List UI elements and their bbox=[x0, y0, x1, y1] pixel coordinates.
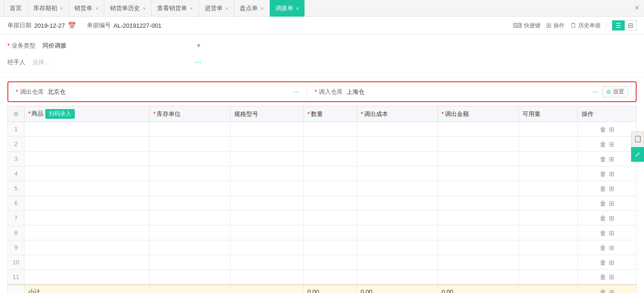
row-cost[interactable] bbox=[357, 240, 437, 255]
warehouse-in-value[interactable]: 上海仓 bbox=[346, 88, 587, 96]
delete-row-button[interactable]: 🗑 bbox=[598, 243, 608, 252]
row-cost[interactable] bbox=[357, 137, 437, 152]
copy-row-button[interactable]: ⊞ bbox=[608, 154, 616, 164]
close-inventory-check-tab[interactable]: × bbox=[261, 6, 263, 11]
row-spec[interactable] bbox=[230, 122, 304, 137]
tab-sales-history[interactable]: 销货单历史 × bbox=[104, 0, 152, 17]
tab-view-sales[interactable]: 查看销货单 × bbox=[152, 0, 199, 17]
calendar-icon[interactable]: 📅 bbox=[68, 22, 76, 29]
row-unit[interactable] bbox=[149, 226, 230, 240]
row-spec[interactable] bbox=[230, 226, 304, 240]
delete-row-button[interactable]: 🗑 bbox=[598, 184, 608, 193]
biz-type-dropdown-arrow[interactable]: ▼ bbox=[196, 43, 201, 49]
tab-home[interactable]: 首页 bbox=[4, 0, 28, 17]
copy-row-button[interactable]: ⊞ bbox=[608, 214, 616, 223]
row-spec[interactable] bbox=[230, 240, 304, 255]
row-spec[interactable] bbox=[230, 181, 304, 196]
float-doc-button[interactable]: 📋 bbox=[631, 131, 644, 146]
delete-row-button[interactable]: 🗑 bbox=[598, 140, 608, 149]
tab-sales-order[interactable]: 销货单 × bbox=[69, 0, 104, 17]
list-view-button[interactable]: ☰ bbox=[612, 20, 625, 31]
row-unit[interactable] bbox=[149, 196, 230, 211]
row-unit[interactable] bbox=[149, 240, 230, 255]
tab-inventory-init[interactable]: 库存期初 × bbox=[28, 0, 69, 17]
tab-bar-close-button[interactable]: × bbox=[634, 3, 639, 13]
copy-row-button[interactable]: ⊞ bbox=[608, 199, 616, 208]
row-cost[interactable] bbox=[357, 211, 437, 226]
row-unit[interactable] bbox=[149, 270, 230, 285]
row-cost[interactable] bbox=[357, 226, 437, 240]
delete-row-button[interactable]: 🗑 bbox=[598, 169, 608, 178]
copy-row-button[interactable]: ⊞ bbox=[608, 125, 616, 134]
close-purchase-order-tab[interactable]: × bbox=[225, 6, 228, 11]
row-product[interactable] bbox=[24, 137, 150, 152]
row-unit[interactable] bbox=[149, 122, 230, 137]
row-amount[interactable] bbox=[437, 211, 518, 226]
row-product[interactable] bbox=[24, 270, 150, 285]
delete-row-button[interactable]: 🗑 bbox=[598, 214, 608, 223]
row-cost[interactable] bbox=[357, 152, 437, 166]
copy-row-button[interactable]: ⊞ bbox=[608, 169, 616, 178]
row-cost[interactable] bbox=[357, 255, 437, 270]
operations-button[interactable]: ⊞ 操作 bbox=[546, 22, 565, 30]
row-amount[interactable] bbox=[437, 255, 518, 270]
delete-row-button[interactable]: 🗑 bbox=[598, 228, 608, 238]
row-unit[interactable] bbox=[149, 166, 230, 181]
row-qty[interactable] bbox=[304, 196, 357, 211]
close-transfer-order-tab[interactable]: × bbox=[296, 6, 299, 11]
row-qty[interactable] bbox=[304, 240, 357, 255]
row-cost[interactable] bbox=[357, 181, 437, 196]
row-spec[interactable] bbox=[230, 152, 304, 166]
row-qty[interactable] bbox=[304, 122, 357, 137]
subtotal-delete-button[interactable]: 🗑 bbox=[598, 287, 608, 293]
row-amount[interactable] bbox=[437, 181, 518, 196]
row-amount[interactable] bbox=[437, 166, 518, 181]
delete-row-button[interactable]: 🗑 bbox=[598, 258, 608, 267]
warehouse-out-value[interactable]: 北京仓 bbox=[48, 88, 288, 96]
row-spec[interactable] bbox=[230, 196, 304, 211]
row-amount[interactable] bbox=[437, 240, 518, 255]
row-qty[interactable] bbox=[304, 211, 357, 226]
row-cost[interactable] bbox=[357, 196, 437, 211]
row-product[interactable] bbox=[24, 122, 150, 137]
row-amount[interactable] bbox=[437, 226, 518, 240]
warehouse-in-more-button[interactable]: ··· bbox=[592, 88, 598, 96]
handler-value[interactable]: 选择... bbox=[28, 56, 191, 69]
subtotal-copy-button[interactable]: ⊞ bbox=[608, 287, 616, 293]
row-spec[interactable] bbox=[230, 166, 304, 181]
row-cost[interactable] bbox=[357, 270, 437, 285]
row-unit[interactable] bbox=[149, 181, 230, 196]
row-product[interactable] bbox=[24, 211, 150, 226]
close-view-sales-tab[interactable]: × bbox=[190, 6, 193, 11]
grid-view-button[interactable]: ⊟ bbox=[625, 20, 637, 31]
row-product[interactable] bbox=[24, 181, 150, 196]
row-qty[interactable] bbox=[304, 166, 357, 181]
row-spec[interactable] bbox=[230, 255, 304, 270]
row-unit[interactable] bbox=[149, 211, 230, 226]
history-docs-button[interactable]: 🗒 历史单据 bbox=[570, 22, 601, 30]
row-product[interactable] bbox=[24, 196, 150, 211]
row-qty[interactable] bbox=[304, 226, 357, 240]
tab-transfer-order[interactable]: 调拨单 × bbox=[270, 0, 305, 17]
copy-row-button[interactable]: ⊞ bbox=[608, 272, 616, 281]
row-qty[interactable] bbox=[304, 181, 357, 196]
settings-button[interactable]: ⚙ 设置 bbox=[602, 86, 628, 98]
copy-row-button[interactable]: ⊞ bbox=[608, 184, 616, 193]
row-product[interactable] bbox=[24, 166, 150, 181]
copy-row-button[interactable]: ⊞ bbox=[608, 258, 616, 267]
row-qty[interactable] bbox=[304, 270, 357, 285]
row-qty[interactable] bbox=[304, 152, 357, 166]
row-cost[interactable] bbox=[357, 122, 437, 137]
warehouse-out-more-button[interactable]: ··· bbox=[293, 88, 299, 96]
delete-row-button[interactable]: 🗑 bbox=[598, 125, 608, 134]
scan-entry-button[interactable]: 扫码录入 bbox=[45, 109, 75, 119]
row-product[interactable] bbox=[24, 255, 150, 270]
row-spec[interactable] bbox=[230, 211, 304, 226]
close-sales-order-tab[interactable]: × bbox=[95, 6, 98, 11]
row-qty[interactable] bbox=[304, 137, 357, 152]
row-amount[interactable] bbox=[437, 137, 518, 152]
row-product[interactable] bbox=[24, 226, 150, 240]
copy-row-button[interactable]: ⊞ bbox=[608, 140, 616, 149]
row-amount[interactable] bbox=[437, 122, 518, 137]
close-inventory-init-tab[interactable]: × bbox=[60, 6, 63, 11]
